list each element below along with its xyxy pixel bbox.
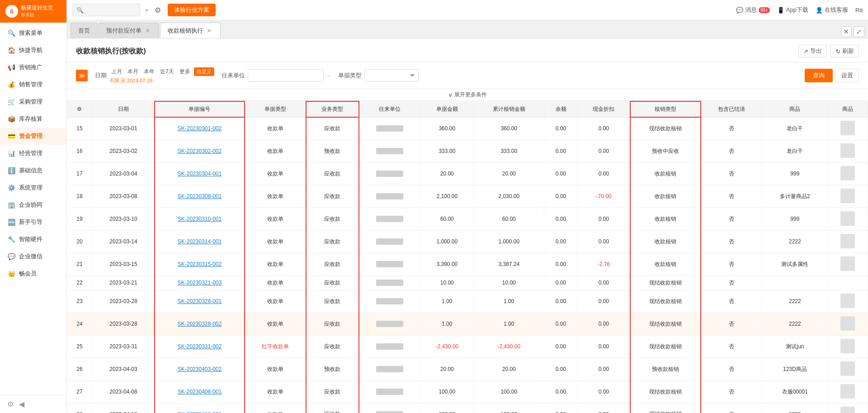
system-icon: ⚙️ [7, 184, 15, 192]
filter-date-label: 日期 [95, 71, 107, 80]
tab-receive-close[interactable]: ✕ [206, 27, 213, 34]
cell-write-type: 预收中应收 [630, 140, 701, 162]
filter-more-dots[interactable]: ··· [326, 72, 331, 79]
sidebar-item-hardware[interactable]: 🔧智能硬件 [0, 231, 66, 248]
col-header-include-settled[interactable]: 包含已结清 [701, 101, 762, 117]
export-btn[interactable]: ↗ 导出 [798, 45, 827, 57]
filter-date-more[interactable]: 更多 [178, 67, 192, 76]
cell-total-write: 333.00 [474, 140, 544, 162]
doc-no-link[interactable]: SK-20230418-001 [178, 411, 222, 413]
sidebar-item-inventory[interactable]: 📦库存核算 [0, 110, 66, 128]
filter-query-btn[interactable]: 查询 [805, 69, 833, 82]
sidebar-item-system[interactable]: ⚙️系统管理 [0, 179, 66, 196]
filter-date-last-month[interactable]: 上月 [109, 67, 124, 76]
settings-icon[interactable]: ⚙ [7, 400, 14, 408]
filter-date-7days[interactable]: 近7天 [158, 67, 176, 76]
cell-doc-no: SK-20230328-001 [155, 290, 245, 313]
doc-no-link[interactable]: SK-20230328-002 [178, 321, 222, 327]
col-header-discount[interactable]: 现金折扣 [578, 101, 630, 117]
app-download-item[interactable]: 📱 App下载 [777, 6, 808, 14]
cell-amount: 1.00 [420, 290, 474, 313]
tab-prepay[interactable]: 预付款应付单 ✕ [99, 23, 159, 38]
tab-close-btn[interactable]: ✕ [841, 26, 852, 37]
filter-partner-input[interactable] [248, 69, 324, 82]
filter-custom-btn[interactable]: 自定义 [194, 67, 214, 76]
tab-receive[interactable]: 收款核销执行 ✕ [160, 23, 221, 38]
sidebar-item-guide[interactable]: 🆕新手引导 [0, 214, 66, 231]
finance-icon: 💳 [7, 132, 15, 140]
cell-total-write: 20.00 [474, 162, 544, 185]
tab-maximize-btn[interactable]: ⤢ [854, 26, 864, 37]
col-header-biz-type[interactable]: 业务类型 [306, 101, 359, 117]
search-container[interactable]: 🔍 [72, 4, 140, 16]
doc-no-link[interactable]: SK-20230331-002 [178, 343, 222, 350]
sidebar-logo[interactable]: 6 畅康道好生意 标准版 [0, 0, 66, 23]
col-header-balance[interactable]: 余额 [544, 101, 578, 117]
doc-no-link[interactable]: SK-20230314-001 [178, 238, 222, 245]
col-header-doc-type[interactable]: 单据类型 [245, 101, 306, 117]
col-header-goods[interactable]: 商品 [762, 101, 828, 117]
search-input[interactable] [84, 7, 124, 13]
expand-more-icon: ∨ [448, 92, 453, 98]
col-header-amount[interactable]: 单据金额 [420, 101, 474, 117]
cell-goods: 2222 [762, 230, 828, 253]
sidebar-item-operations[interactable]: 📊经营管理 [0, 145, 66, 162]
tab-home[interactable]: 首页 [71, 23, 98, 38]
doc-no-link[interactable]: SK-20230315-002 [178, 261, 222, 267]
cell-include-settled: 否 [701, 230, 762, 253]
col-header-goods-img[interactable]: 商品 [828, 101, 868, 117]
sidebar-item-label-search: 搜索菜单 [19, 29, 42, 37]
doc-no-link[interactable]: SK-20230308-001 [178, 193, 222, 199]
cell-write-type: 预收款核销 [630, 358, 701, 380]
goods-thumbnail [840, 189, 855, 203]
topbar-chevron-icon[interactable]: ▾ [146, 8, 148, 13]
sidebar-item-finance[interactable]: 💳资金管理 [0, 128, 66, 145]
sidebar-item-sales[interactable]: 💰销售管理 [0, 76, 66, 93]
doc-no-link[interactable]: SK-20230321-003 [178, 280, 222, 286]
col-header-write-type[interactable]: 核销类型 [630, 101, 701, 117]
sidebar-item-weixin[interactable]: 💬企业微信 [0, 248, 66, 265]
header-actions: ↗ 导出 ↻ 刷新 [798, 45, 859, 57]
doc-no-link[interactable]: SK-20230301-002 [178, 125, 222, 132]
expand-more-btn[interactable]: ∨ 展开更多条件 [448, 91, 487, 99]
user-item[interactable]: Rit [855, 7, 863, 14]
message-item[interactable]: 💬 消息 99+ [736, 6, 770, 14]
filter-setting-btn[interactable]: 设置 [835, 69, 859, 82]
cell-discount: 0.00 [578, 290, 630, 313]
cell-include-settled: 否 [701, 140, 762, 162]
doc-no-link[interactable]: SK-20230302-002 [178, 148, 222, 154]
refresh-btn[interactable]: ↻ 刷新 [830, 45, 859, 57]
sidebar-item-member[interactable]: 👑畅会员 [0, 265, 66, 282]
doc-no-link[interactable]: SK-20230310-001 [178, 216, 222, 222]
data-table: ⚙ 日期 单据编号 单据类型 业务类型 往来单位 单据金额 累计核销金额 余额 … [67, 101, 868, 413]
topbar-gear-icon[interactable]: ⚙ [151, 4, 164, 16]
col-header-date[interactable]: 日期 [92, 101, 155, 117]
col-header-doc-no[interactable]: 单据编号 [155, 101, 245, 117]
col-header-partner[interactable]: 往来单位 [359, 101, 420, 117]
sidebar-item-nav[interactable]: 🏠快捷导航 [0, 42, 66, 59]
cell-discount: 0.00 [578, 117, 630, 140]
sidebar-item-corp[interactable]: 🏢企业协同 [0, 196, 66, 214]
doc-no-link[interactable]: SK-20230304-001 [178, 171, 222, 177]
logo-icon: 6 [5, 5, 18, 18]
tab-prepay-close[interactable]: ✕ [144, 27, 151, 34]
filter-expand-btn[interactable]: ≫ [76, 70, 88, 81]
doc-no-link[interactable]: SK-20230408-001 [178, 389, 222, 395]
filter-date-this-year[interactable]: 本年 [142, 67, 156, 76]
col-header-gear[interactable]: ⚙ [67, 101, 92, 117]
col-header-total-write[interactable]: 累计核销金额 [474, 101, 544, 117]
filter-date-this-month[interactable]: 本月 [126, 67, 140, 76]
sidebar-item-purchase[interactable]: 🛒采购管理 [0, 93, 66, 110]
industry-btn[interactable]: 体验行业方案 [168, 4, 216, 16]
doc-no-link[interactable]: SK-20230403-002 [178, 366, 222, 372]
cell-goods: 999 [762, 208, 828, 230]
sidebar-item-marketing[interactable]: 📢营销推广 [0, 59, 66, 76]
filter-vouchertype-select[interactable] [364, 69, 419, 82]
service-item[interactable]: 👤 在线客服 [816, 6, 848, 14]
sidebar-item-basic[interactable]: ℹ️基础信息 [0, 162, 66, 179]
cell-no: 15 [67, 117, 92, 140]
main-area: 🔍 ▾ ⚙ 体验行业方案 💬 消息 99+ 📱 App下载 👤 在线客服 Rit [67, 0, 868, 413]
sidebar-item-search[interactable]: 🔍搜索菜单 [0, 24, 66, 42]
collapse-icon[interactable]: ◀ [19, 400, 24, 408]
doc-no-link[interactable]: SK-20230328-001 [178, 298, 222, 304]
